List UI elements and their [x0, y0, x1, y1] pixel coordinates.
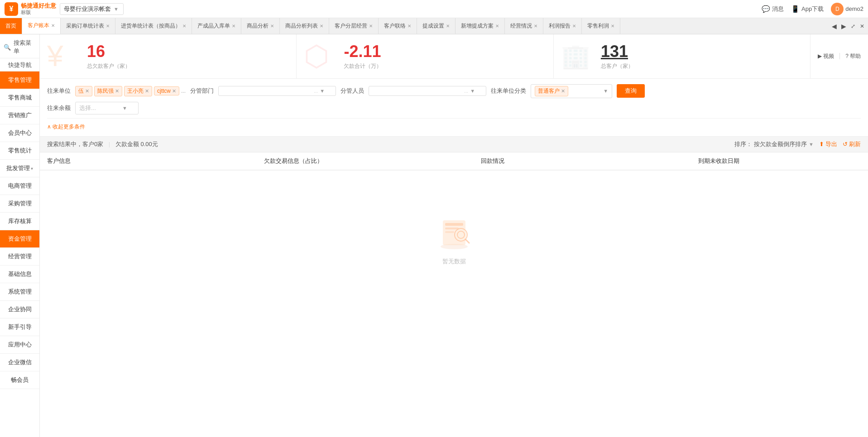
app-download-button[interactable]: 📱 App下载 [791, 5, 824, 13]
help-icon: ? [845, 53, 849, 59]
profit-report-label: 利润报告 [549, 22, 571, 30]
svg-rect-3 [445, 228, 459, 229]
unit-tag-chen[interactable]: 陈民强 ✕ [94, 86, 122, 96]
collapse-button[interactable]: ∧ 收起更多条件 [47, 120, 861, 134]
sidebar-item-purchase[interactable]: 采购管理 [0, 195, 39, 213]
nav-maximize-icon[interactable]: ⤢ [849, 22, 857, 30]
sidebar-quick-nav[interactable]: 快捷导航 [0, 58, 39, 71]
tab-receivable[interactable]: 客户账本 ✕ [22, 18, 61, 34]
sidebar-item-new-guide[interactable]: 新手引导 [0, 318, 39, 336]
tab-profit-report[interactable]: 利润报告 ✕ [543, 18, 582, 34]
dept-select[interactable]: ... ▼ [218, 86, 336, 96]
app-center-label: 应用中心 [8, 341, 32, 348]
sidebar-item-retail[interactable]: 零售管理 [0, 71, 39, 89]
close-new-commission-icon[interactable]: ✕ [495, 24, 499, 28]
sidebar-item-basic-info[interactable]: 基础信息 [0, 266, 39, 283]
close-commission-icon[interactable]: ✕ [446, 24, 450, 28]
close-stock-icon[interactable]: ✕ [182, 24, 186, 28]
close-goods-list-icon[interactable]: ✕ [320, 24, 323, 28]
account-dropdown[interactable]: 母婴行业演示帐套 ▼ [60, 3, 124, 15]
sidebar-item-vip[interactable]: 畅会员 [0, 371, 39, 389]
close-segment-icon[interactable]: ✕ [369, 24, 373, 28]
video-button[interactable]: ▶ 视频 [818, 52, 834, 60]
remove-common-icon[interactable]: ✕ [561, 88, 565, 94]
tab-goods-list[interactable]: 商品分析列表 ✕ [280, 18, 329, 34]
brand-name-container: 畅捷通好生意 标版 [21, 2, 56, 15]
refresh-button[interactable]: ↺ 刷新 [843, 140, 861, 148]
dept-clear-icon[interactable]: ... [314, 88, 318, 94]
tab-purchase-order[interactable]: 采购订单统计表 ✕ [61, 18, 115, 34]
remove-wang-icon[interactable]: ✕ [145, 88, 149, 94]
export-button[interactable]: ⬆ 导出 [819, 140, 837, 148]
sidebar-item-operations[interactable]: 经营管理 [0, 248, 39, 266]
close-retail-profit-icon[interactable]: ✕ [611, 24, 614, 28]
unit-tag-cjttcw[interactable]: cjttcw ✕ [154, 86, 179, 95]
help-button[interactable]: ? 帮助 [845, 52, 861, 60]
remove-wu-icon[interactable]: ✕ [85, 88, 89, 94]
nav-right-icon[interactable]: ▶ [839, 22, 848, 31]
close-contact-icon[interactable]: ✕ [408, 24, 411, 28]
query-button[interactable]: 查询 [617, 84, 645, 98]
collapse-up-icon: ∧ [47, 124, 51, 130]
balance-select[interactable]: 选择... ▼ [75, 102, 139, 114]
refresh-icon: ↺ [843, 141, 848, 147]
tab-customer-segment[interactable]: 客户分层经营 ✕ [329, 18, 379, 34]
remove-chen-icon[interactable]: ✕ [115, 88, 119, 94]
close-goods-icon[interactable]: ✕ [270, 24, 274, 28]
svg-rect-4 [445, 231, 454, 233]
video-label: 视频 [823, 52, 834, 60]
top-header: ¥ 畅捷通好生意 标版 母婴行业演示帐套 ▼ 💬 消息 📱 App下载 D de… [0, 0, 868, 18]
sidebar-item-finance[interactable]: 资金管理 [0, 230, 39, 248]
tab-customer-contact[interactable]: 客户联络 ✕ [379, 18, 417, 34]
sidebar-search[interactable]: 🔍 搜索菜单 [0, 34, 39, 58]
search-menu-label: 搜索菜单 [14, 39, 36, 55]
remove-cjttcw-icon[interactable]: ✕ [172, 88, 176, 94]
tab-new-commission[interactable]: 新增提成方案 ✕ [456, 18, 505, 34]
product-inbound-label: 产成品入库单 [197, 22, 230, 30]
tab-home[interactable]: 首页 [0, 18, 22, 34]
close-operation-icon[interactable]: ✕ [534, 24, 537, 28]
tab-product-inbound[interactable]: 产成品入库单 ✕ [192, 18, 241, 34]
sidebar-item-wholesale[interactable]: 批发管理 ▾ [0, 160, 39, 177]
sidebar-item-system[interactable]: 系统管理 [0, 283, 39, 301]
unit-tag-wang[interactable]: 王小亮 ✕ [124, 86, 152, 96]
sidebar-item-inventory[interactable]: 库存核算 [0, 213, 39, 230]
sidebar-item-enterprise[interactable]: 企业协同 [0, 301, 39, 318]
close-receivable-icon[interactable]: ✕ [51, 23, 55, 28]
sidebar-item-retail-stat[interactable]: 零售统计 [0, 142, 39, 160]
close-purchase-icon[interactable]: ✕ [106, 24, 110, 28]
unit-type-tag-common[interactable]: 普通客户 ✕ [535, 86, 568, 96]
sort-dropdown[interactable]: 排序： 按欠款金额倒序排序 ▼ [734, 140, 814, 148]
app-download-label: App下载 [801, 5, 824, 13]
nav-close-all-icon[interactable]: ✕ [858, 22, 866, 30]
tab-stock-stat[interactable]: 进货单统计表（按商品） ✕ [115, 18, 192, 34]
close-product-icon[interactable]: ✕ [232, 24, 235, 28]
sidebar-item-app-center[interactable]: 应用中心 [0, 336, 39, 354]
sidebar-item-member[interactable]: 会员中心 [0, 124, 39, 142]
person-clear-icon[interactable]: ... [464, 88, 468, 94]
brand-logo[interactable]: ¥ 畅捷通好生意 标版 [5, 2, 56, 16]
tab-commission[interactable]: 提成设置 ✕ [417, 18, 456, 34]
nav-left-icon[interactable]: ◀ [830, 22, 839, 31]
stats-bar: ¥ 16 总欠款客户（家） ⬡ -2.11 欠款合计（万） 🏢 131 总客户（… [40, 34, 868, 79]
customer-segment-label: 客户分层经营 [335, 22, 367, 30]
tab-retail-profit[interactable]: 零售利润 ✕ [582, 18, 620, 34]
user-profile[interactable]: D demo2 [831, 3, 863, 15]
more-tags-btn[interactable]: ... [181, 88, 186, 94]
brand-subtitle: 标版 [21, 10, 56, 15]
unit-tag-wu[interactable]: 伍 ✕ [75, 86, 92, 96]
sidebar-item-marketing[interactable]: 营销推广 [0, 107, 39, 124]
refresh-label: 刷新 [849, 140, 861, 148]
col-debt-info: 欠款交易信息（占比） [264, 157, 481, 165]
messages-button[interactable]: 💬 消息 [762, 5, 784, 13]
tab-operation[interactable]: 经营情况 ✕ [505, 18, 543, 34]
tab-goods-analysis[interactable]: 商品分析 ✕ [241, 18, 280, 34]
unit-type-select[interactable]: 普通客户 ✕ ▼ [531, 84, 612, 98]
close-profit-icon[interactable]: ✕ [572, 24, 576, 28]
sidebar-item-corp-wechat[interactable]: 企业微信 [0, 354, 39, 371]
person-select[interactable]: ... ▼ [369, 86, 486, 96]
stat-clients-label: 总客户（家） [601, 62, 633, 70]
sort-arrow-icon: ▼ [809, 142, 814, 147]
sidebar-item-ecommerce[interactable]: 电商管理 [0, 177, 39, 195]
sidebar-item-retail-shop[interactable]: 零售商城 [0, 89, 39, 107]
